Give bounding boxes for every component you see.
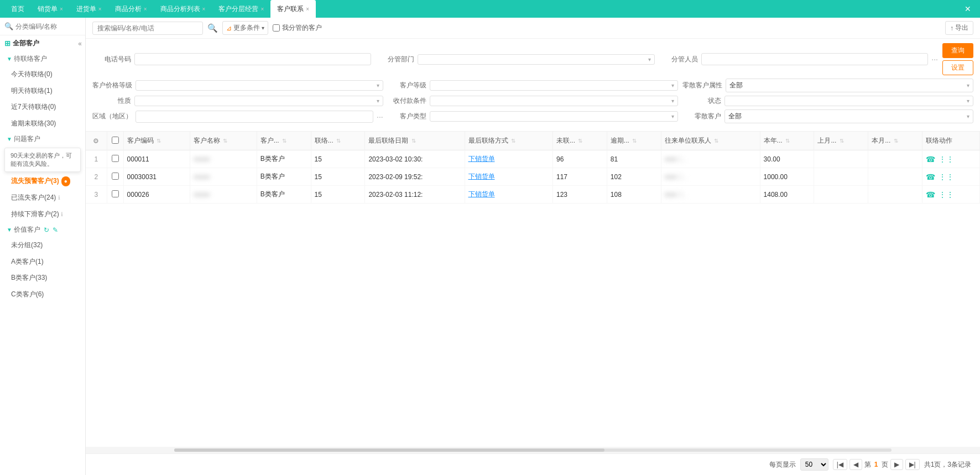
nature-select[interactable]: ▾ bbox=[134, 96, 383, 106]
page-prev-button[interactable]: ◀ bbox=[849, 459, 862, 470]
payment-select[interactable]: ▾ bbox=[430, 96, 679, 106]
manager-input[interactable] bbox=[701, 53, 929, 65]
sidebar-item-churned[interactable]: 已流失客户(24) ℹ bbox=[0, 190, 85, 206]
sidebar-item-ungrouped[interactable]: 未分组(32) bbox=[0, 237, 85, 254]
contact-icon[interactable]: ☎ bbox=[926, 155, 935, 164]
sidebar-group-problem[interactable]: ▼ 问题客户 bbox=[0, 132, 85, 147]
scatter-prop-select[interactable]: 全部 ▾ bbox=[726, 79, 973, 92]
row-last-method[interactable]: 下销货单 bbox=[465, 186, 552, 203]
price-tier-select[interactable]: ▾ bbox=[135, 80, 383, 91]
dept-select[interactable]: ▾ bbox=[418, 54, 654, 65]
tab-product-list-close[interactable]: × bbox=[202, 6, 206, 12]
tab-sales[interactable]: 销货单 × bbox=[31, 0, 70, 18]
status-select[interactable]: ▾ bbox=[724, 96, 973, 106]
tab-home[interactable]: 首页 bbox=[4, 0, 31, 18]
last-method-link[interactable]: 下销货单 bbox=[468, 190, 495, 198]
customer-type-select[interactable]: ▾ bbox=[430, 111, 679, 122]
region-dots[interactable]: ··· bbox=[377, 112, 383, 121]
sidebar-item-b-class[interactable]: B类客户(33) bbox=[0, 270, 85, 286]
sidebar-item-declining[interactable]: 持续下滑客户(2) ℹ bbox=[0, 206, 85, 223]
my-customers-checkbox-area[interactable]: 我分管的客户 bbox=[273, 23, 322, 33]
tab-customer-tier-close[interactable]: × bbox=[260, 6, 264, 12]
row-checkbox-cell[interactable] bbox=[107, 150, 123, 168]
phone-input[interactable] bbox=[134, 53, 371, 65]
sidebar-item-tomorrow[interactable]: 明天待联络(1) bbox=[0, 83, 85, 100]
sidebar-group-pending[interactable]: ▼ 待联络客户 bbox=[0, 51, 85, 66]
last-method-link[interactable]: 下销货单 bbox=[468, 155, 495, 163]
refresh-icon[interactable]: ↻ bbox=[44, 226, 49, 234]
select-all-checkbox[interactable] bbox=[112, 137, 119, 144]
sort-icon-overdue: ⇅ bbox=[632, 138, 637, 144]
more-action-icon[interactable]: ⋮⋮ bbox=[939, 190, 954, 199]
page-size-select[interactable]: 50 100 200 bbox=[800, 458, 828, 471]
sidebar-collapse-icon[interactable]: « bbox=[78, 40, 82, 48]
row-actions: ☎ ⋮⋮ bbox=[922, 150, 980, 168]
row-checkbox-cell[interactable] bbox=[107, 186, 123, 203]
tab-purchase-close[interactable]: × bbox=[98, 6, 102, 12]
search-input[interactable] bbox=[92, 22, 203, 35]
sidebar-search-input[interactable] bbox=[15, 23, 86, 30]
row-contact: 15 bbox=[311, 186, 365, 203]
page-first-button[interactable]: |◀ bbox=[833, 459, 847, 470]
col-settings[interactable]: ⚙ bbox=[86, 132, 107, 150]
row-checkbox[interactable] bbox=[112, 173, 119, 180]
sidebar-item-7days[interactable]: 近7天待联络(0) bbox=[0, 99, 85, 116]
tab-sales-close[interactable]: × bbox=[60, 6, 63, 12]
row-checkbox-cell[interactable] bbox=[107, 168, 123, 186]
sidebar-item-today[interactable]: 今天待联络(0) bbox=[0, 66, 85, 83]
export-button[interactable]: ↑ 导出 bbox=[945, 21, 973, 35]
action-buttons: 查询 设置 bbox=[942, 43, 973, 75]
triangle-icon-problem: ▼ bbox=[7, 136, 12, 142]
more-conditions-button[interactable]: ⊿ 更多条件 ▾ bbox=[222, 21, 268, 35]
sidebar-group-value[interactable]: ▼ 价值客户 ↻ ✎ bbox=[0, 222, 85, 237]
manager-dots[interactable]: ··· bbox=[931, 55, 938, 64]
query-button[interactable]: 查询 bbox=[942, 43, 973, 58]
more-action-icon[interactable]: ⋮⋮ bbox=[939, 173, 954, 181]
tab-purchase[interactable]: 进货单 × bbox=[70, 0, 108, 18]
scatter-customer-select[interactable]: 全部 ▾ bbox=[724, 109, 973, 123]
sidebar-item-churn-warning[interactable]: 流失预警客户(3) ● bbox=[0, 173, 85, 190]
tab-product-analysis-close[interactable]: × bbox=[144, 6, 147, 12]
col-actions-header: 联络动作 bbox=[922, 132, 980, 150]
last-method-link[interactable]: 下销货单 bbox=[468, 173, 495, 180]
settings-button[interactable]: 设置 bbox=[942, 60, 973, 75]
window-close-button[interactable]: ✕ bbox=[960, 4, 976, 13]
contact-icon[interactable]: ☎ bbox=[926, 190, 935, 199]
total-info: 共1页，3条记录 bbox=[924, 460, 971, 469]
tab-customer-tier[interactable]: 客户分层经营 × bbox=[212, 0, 270, 18]
row-code: 000026 bbox=[123, 186, 190, 203]
page-last-button[interactable]: ▶| bbox=[905, 459, 920, 470]
sort-icon-lm: ⇅ bbox=[840, 138, 844, 144]
row-last-month bbox=[814, 168, 868, 186]
row-contact-person: ■■■ 2... bbox=[661, 168, 760, 186]
more-action-icon[interactable]: ⋮⋮ bbox=[939, 155, 954, 164]
tab-customer-contact[interactable]: 客户联系 × bbox=[270, 0, 316, 18]
row-last-method[interactable]: 下销货单 bbox=[465, 150, 552, 168]
customer-tier-select[interactable]: ▾ bbox=[430, 80, 679, 91]
page-next-button[interactable]: ▶ bbox=[890, 459, 903, 470]
sidebar-item-c-class[interactable]: C类客户(6) bbox=[0, 286, 85, 303]
sidebar-item-overdue[interactable]: 逾期未联络(30) bbox=[0, 116, 85, 132]
tab-customer-contact-close[interactable]: × bbox=[306, 6, 309, 12]
scrollbar-thumb[interactable] bbox=[174, 448, 604, 452]
col-checkbox-header[interactable] bbox=[107, 132, 123, 150]
row-checkbox[interactable] bbox=[112, 190, 119, 197]
export-icon: ↑ bbox=[950, 24, 953, 32]
row-no-contact: 117 bbox=[552, 168, 607, 186]
tab-product-list[interactable]: 商品分析列表 × bbox=[154, 0, 212, 18]
edit-icon[interactable]: ✎ bbox=[53, 226, 58, 234]
horizontal-scrollbar[interactable] bbox=[86, 447, 980, 453]
row-checkbox[interactable] bbox=[112, 155, 119, 162]
row-last-method[interactable]: 下销货单 bbox=[465, 168, 552, 186]
grid-icon: ⊞ bbox=[4, 39, 11, 48]
row-name: ■■■■ bbox=[190, 168, 257, 186]
sidebar-all-customers[interactable]: ⊞ 全部客户 « bbox=[0, 35, 85, 51]
tab-product-analysis[interactable]: 商品分析 × bbox=[108, 0, 154, 18]
region-input[interactable] bbox=[135, 111, 373, 123]
my-customers-checkbox[interactable] bbox=[273, 24, 280, 32]
field-customer-type: 客户类型 ▾ bbox=[388, 111, 679, 122]
tab-product-list-label: 商品分析列表 bbox=[160, 4, 200, 14]
sidebar-item-a-class[interactable]: A类客户(1) bbox=[0, 254, 85, 270]
search-button[interactable]: 🔍 bbox=[207, 23, 218, 33]
contact-icon[interactable]: ☎ bbox=[926, 173, 935, 181]
